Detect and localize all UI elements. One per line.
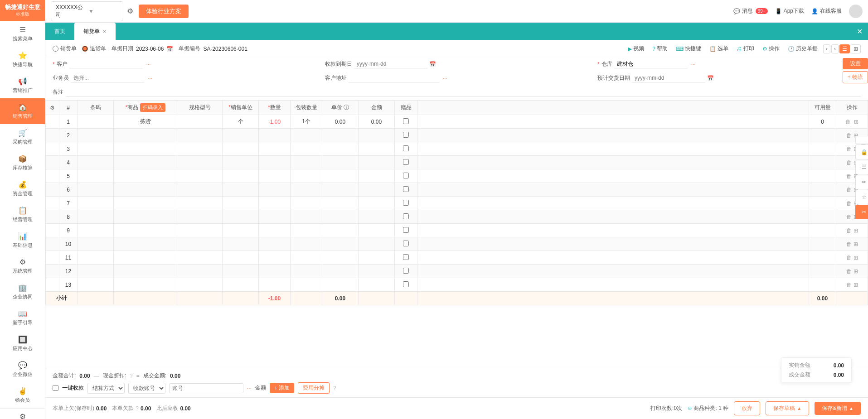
col-header-settings[interactable]: ⚙ [46,101,59,115]
salesperson-input[interactable] [71,74,144,82]
sidebar-item-operations[interactable]: 📋 经营管理 [0,202,45,227]
row8-gift-checkbox[interactable] [403,213,409,219]
row1-amount[interactable]: 0.00 [359,115,395,129]
row1-copy-icon[interactable]: ⊞ [854,119,858,125]
add-payment-btn[interactable]: + 添加 [270,383,294,393]
customer-addr-input[interactable] [349,74,439,82]
row7-delete-icon[interactable]: 🗑 [846,200,852,207]
row1-qty[interactable]: -1.00 [259,115,291,129]
row1-gift-checkbox[interactable] [403,118,409,124]
row9-delete-icon[interactable]: 🗑 [846,227,852,234]
row9-copy-icon[interactable]: ⊞ [853,227,858,234]
settings-gear-icon[interactable]: ⚙ [127,7,133,15]
logistics-action-btn[interactable]: + 物流 [843,71,868,83]
right-sidebar-btn-1[interactable]: 图 [855,136,868,144]
online-service-btn[interactable]: 👤 在线客服 [811,7,842,15]
tab-close-icon[interactable]: ✕ [102,29,107,34]
right-sidebar-btn-2[interactable]: 🔒 [855,144,868,159]
sidebar-item-finance[interactable]: 💰 资金管理 [0,176,45,202]
salesperson-select-icon[interactable]: ··· [148,75,152,82]
row1-unit[interactable]: 个 [223,115,259,129]
row10-gift-checkbox[interactable] [403,241,409,246]
row1-barcode[interactable] [78,115,114,129]
cash-discount-info-icon[interactable]: ? [130,373,133,379]
template-btn[interactable]: 📋 选单 [707,43,731,54]
row3-delete-icon[interactable]: 🗑 [846,146,852,152]
sidebar-item-search[interactable]: ☰ 搜索菜单 [0,21,45,47]
row1-pkg[interactable]: 1个 [291,115,322,129]
warehouse-input[interactable] [614,60,688,68]
row5-gift-checkbox[interactable] [403,173,409,178]
sidebar-item-guide[interactable]: 📖 新手引导 [0,305,45,331]
account-number-input[interactable] [169,383,243,393]
next-page-btn[interactable]: › [831,44,839,53]
trial-button[interactable]: 体验行业方案 [139,5,189,18]
save-draft-button[interactable]: 保存草稿 ▲ [766,401,809,415]
radio-return[interactable]: 退货单 [82,45,106,53]
row8-delete-icon[interactable]: 🗑 [846,214,852,220]
right-sidebar-btn-5[interactable]: ☆ [855,190,868,204]
row13-gift-checkbox[interactable] [403,281,409,287]
save-new-button[interactable]: 保存&新增 ▲ [815,402,861,415]
company-selector[interactable]: XXXXXX公司 ▼ [51,1,123,21]
ops-btn[interactable]: ⚙ 操作 [760,43,782,54]
radio-sales-input[interactable] [53,46,58,52]
right-sidebar-btn-3[interactable]: ☰ [855,160,868,174]
row1-price[interactable]: 0.00 [322,115,359,129]
payment-due-calendar-icon[interactable]: 📅 [429,61,436,67]
radio-sales[interactable]: 销货单 [53,45,77,53]
notes-input[interactable] [66,88,861,96]
payment-due-input[interactable] [354,60,427,68]
row4-gift-checkbox[interactable] [403,159,409,165]
row13-delete-icon[interactable]: 🗑 [846,282,852,288]
tab-sales-order[interactable]: 销货单 ✕ [74,23,116,40]
sidebar-settings-btn[interactable]: ⚙ [0,409,45,419]
row11-gift-checkbox[interactable] [403,254,409,260]
row1-delete-icon[interactable]: 🗑 [845,119,851,125]
row11-copy-icon[interactable]: ⊞ [853,255,858,261]
row12-gift-checkbox[interactable] [403,268,409,274]
settings-action-btn[interactable]: 设置 [843,58,868,69]
tab-bar-close-icon[interactable]: ✕ [857,27,863,36]
video-btn[interactable]: ▶ 视频 [625,43,647,54]
sidebar-item-sales[interactable]: 🏠 销售管理 [0,98,45,124]
customer-addr-select-icon[interactable]: ··· [443,75,447,82]
expected-date-calendar-icon[interactable]: 📅 [707,75,714,82]
row7-gift-checkbox[interactable] [403,200,409,206]
expected-date-input[interactable] [632,74,705,82]
scan-btn[interactable]: 扫码录入 [140,103,165,112]
sidebar-item-apps[interactable]: 🔲 应用中心 [0,331,45,356]
row13-copy-icon[interactable]: ⊞ [853,282,858,288]
radio-return-input[interactable] [82,46,88,52]
sidebar-item-purchase[interactable]: 🛒 采购管理 [0,124,45,150]
app-download-btn[interactable]: 📱 App下载 [775,7,804,15]
row6-gift-checkbox[interactable] [403,186,409,192]
calendar-icon[interactable]: 📅 [166,46,173,52]
row2-gift-checkbox[interactable] [403,132,409,138]
sidebar-item-quick-nav[interactable]: ⭐ 快捷导航 [0,47,45,72]
row10-copy-icon[interactable]: ⊞ [853,241,858,247]
row12-delete-icon[interactable]: 🗑 [846,268,852,275]
total-owed-help[interactable]: ? [136,405,139,412]
grid-view-btn[interactable]: ⊞ [851,44,861,53]
footer-dots[interactable]: ··· [247,385,252,391]
sidebar-item-corp[interactable]: 🏢 企业协同 [0,279,45,305]
row6-delete-icon[interactable]: 🗑 [846,187,852,193]
customer-input[interactable] [69,60,143,68]
warehouse-select-icon[interactable]: ··· [691,61,696,67]
user-avatar[interactable] [849,5,863,18]
row9-gift-checkbox[interactable] [403,227,409,233]
row1-gift[interactable] [395,115,417,129]
right-sidebar-btn-6[interactable]: ✂ [855,205,868,219]
sidebar-item-system[interactable]: ⚙ 系统管理 [0,253,45,279]
sidebar-item-inventory[interactable]: 📦 库存核算 [0,150,45,176]
prev-page-btn[interactable]: ‹ [823,44,830,53]
payment-method-select[interactable]: 结算方式 [87,383,125,394]
sidebar-item-member[interactable]: ✌ 畅会员 [0,382,45,408]
row3-gift-checkbox[interactable] [403,145,409,151]
row1-spec[interactable] [177,115,223,129]
shortcut-btn[interactable]: ⌨ 快捷键 [673,43,704,54]
print-btn[interactable]: 🖨 打印 [734,43,757,54]
row12-copy-icon[interactable]: ⊞ [853,268,858,275]
sidebar-item-marketing[interactable]: 📢 营销推广 [0,72,45,98]
